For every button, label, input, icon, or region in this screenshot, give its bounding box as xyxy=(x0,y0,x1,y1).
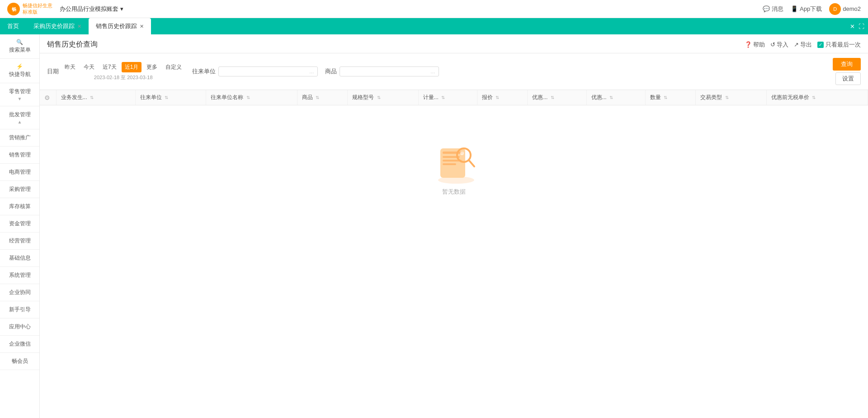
query-button[interactable]: 查询 xyxy=(833,58,861,71)
tab-fullscreen-icon[interactable]: ⛶ xyxy=(859,23,864,30)
goods-input-wrap[interactable]: ... xyxy=(340,66,439,76)
chevron-down-icon: ▾ xyxy=(120,5,123,12)
sidebar-item-newbie[interactable]: 新手引导 xyxy=(0,301,39,318)
col-settings: ⚙ xyxy=(40,90,56,105)
search-icon: 🔍 xyxy=(16,39,23,45)
import-action[interactable]: ↺ 导入 xyxy=(770,41,788,49)
sidebar-item-system[interactable]: 系统管理 xyxy=(0,267,39,284)
tab-close-all-icon[interactable]: ✕ xyxy=(850,23,855,30)
col-price[interactable]: 报价 ⇅ xyxy=(477,90,528,105)
date-btn-yesterday[interactable]: 昨天 xyxy=(61,62,79,72)
sidebar-newbie-label: 新手引导 xyxy=(9,306,31,314)
sort-arrows-qty: ⇅ xyxy=(664,95,667,100)
date-filter-group: 日期 昨天 今天 近7天 近1月 更多 自定义 2023-02-18 至 202… xyxy=(47,62,185,81)
col-tx-type-label: 交易类型 xyxy=(700,94,722,100)
date-btn-custom[interactable]: 自定义 xyxy=(162,62,185,72)
col-unit[interactable]: 计量... ⇅ xyxy=(418,90,477,105)
sidebar-item-inventory[interactable]: 库存核算 xyxy=(0,198,39,215)
logo-text: 畅捷信好生意 标准版 xyxy=(23,3,52,14)
col-discount2[interactable]: 优惠... ⇅ xyxy=(586,90,645,105)
partner-input[interactable] xyxy=(222,68,309,75)
partner-input-dots[interactable]: ... xyxy=(309,68,314,75)
tab-sales-history[interactable]: 销售历史价跟踪 ✕ xyxy=(89,18,151,34)
table-header: ⚙ 业务发生... ⇅ 往来单位 ⇅ 往来单位名称 ⇅ xyxy=(40,90,868,105)
logo-area: 畅 畅捷信好生意 标准版 xyxy=(7,3,52,15)
sidebar-item-operations[interactable]: 经营管理 xyxy=(0,233,39,250)
tab-purchase-close-icon[interactable]: ✕ xyxy=(77,24,81,29)
help-icon: ❓ xyxy=(745,41,752,48)
sidebar-item-ecommerce[interactable]: 电商管理 xyxy=(0,164,39,181)
page-title: 销售历史价查询 xyxy=(47,40,98,49)
col-spec[interactable]: 规格型号 ⇅ xyxy=(348,90,419,105)
date-btn-7days[interactable]: 近7天 xyxy=(99,62,120,72)
sort-arrows-biz-date: ⇅ xyxy=(90,95,94,100)
col-tx-type[interactable]: 交易类型 ⇅ xyxy=(696,90,767,105)
help-label: 帮助 xyxy=(753,41,765,49)
partner-filter-group: 往来单位 ... xyxy=(192,66,318,76)
sidebar-item-search[interactable]: 🔍 搜索菜单 xyxy=(0,34,39,59)
export-label: 导出 xyxy=(800,41,812,49)
export-action[interactable]: ↗ 导出 xyxy=(794,41,812,49)
sidebar-purchase-label: 采购管理 xyxy=(9,185,31,193)
table-settings-gear-icon[interactable]: ⚙ xyxy=(44,94,50,101)
date-btn-1month[interactable]: 近1月 xyxy=(122,62,142,72)
empty-text: 暂无数据 xyxy=(442,188,466,196)
sidebar-corp-wechat-label: 企业微信 xyxy=(9,340,31,348)
workspace-selector[interactable]: 办公用品行业模拟账套 ▾ xyxy=(56,5,127,13)
sidebar-item-wholesale[interactable]: 批发管理 ▲ xyxy=(0,106,39,129)
sidebar-item-sales[interactable]: 销售管理 xyxy=(0,147,39,164)
sidebar-item-shortcut[interactable]: ⚡ 快捷导航 xyxy=(0,59,39,83)
tab-purchase-history[interactable]: 采购历史价跟踪 ✕ xyxy=(26,18,89,34)
checkbox-checked-icon: ✓ xyxy=(817,42,824,48)
app-download-action[interactable]: 📱 App下载 xyxy=(791,5,822,13)
goods-input[interactable] xyxy=(344,68,430,75)
col-pre-tax-price-label: 优惠前无税单价 xyxy=(771,94,809,100)
sidebar: 🔍 搜索菜单 ⚡ 快捷导航 零售管理 ▼ 批发管理 ▲ 营销推广 销售管理 电商… xyxy=(0,34,40,418)
empty-illustration xyxy=(431,142,476,182)
data-table: ⚙ 业务发生... ⇅ 往来单位 ⇅ 往来单位名称 ⇅ xyxy=(40,90,868,105)
only-last-label: 只看最后一次 xyxy=(826,41,861,49)
user-action[interactable]: D demo2 xyxy=(829,3,861,15)
sidebar-sales-label: 销售管理 xyxy=(9,151,31,159)
sidebar-item-marketing[interactable]: 营销推广 xyxy=(0,129,39,147)
col-pre-tax-price[interactable]: 优惠前无税单价 ⇅ xyxy=(766,90,868,105)
tab-sales-close-icon[interactable]: ✕ xyxy=(140,24,144,29)
col-partner-code[interactable]: 往来单位 ⇅ xyxy=(135,90,206,105)
date-btn-today[interactable]: 今天 xyxy=(80,62,98,72)
svg-rect-7 xyxy=(443,163,456,165)
date-range-text: 2023-02-18 至 2023-03-18 xyxy=(94,74,153,81)
sidebar-item-retail[interactable]: 零售管理 ▼ xyxy=(0,83,39,106)
message-action[interactable]: 💬 消息 xyxy=(763,5,783,13)
sidebar-shortcut-label: 快捷导航 xyxy=(9,71,31,78)
sidebar-retail-label: 零售管理 xyxy=(9,88,31,95)
logo-icon: 畅 xyxy=(7,3,20,15)
shortcut-icon: ⚡ xyxy=(16,63,23,70)
sidebar-item-basic-info[interactable]: 基础信息 xyxy=(0,250,39,267)
sidebar-item-purchase[interactable]: 采购管理 xyxy=(0,181,39,198)
only-last-checkbox[interactable]: ✓ 只看最后一次 xyxy=(817,41,861,49)
sidebar-item-app-center[interactable]: 应用中心 xyxy=(0,318,39,336)
sort-arrows-pre-tax-price: ⇅ xyxy=(812,95,816,100)
svg-rect-4 xyxy=(443,152,463,154)
sidebar-item-member[interactable]: 畅会员 xyxy=(0,353,39,370)
sidebar-item-corp-wechat[interactable]: 企业微信 xyxy=(0,336,39,353)
avatar: D xyxy=(829,3,841,15)
sidebar-enterprise-label: 企业协同 xyxy=(9,289,31,296)
sidebar-item-enterprise[interactable]: 企业协同 xyxy=(0,284,39,301)
app-download-label: App下载 xyxy=(800,5,822,13)
sidebar-app-center-label: 应用中心 xyxy=(9,323,31,331)
col-partner-name[interactable]: 往来单位名称 ⇅ xyxy=(206,90,297,105)
tab-home[interactable]: 首页 xyxy=(0,18,26,34)
date-btn-more[interactable]: 更多 xyxy=(143,62,160,72)
col-goods[interactable]: 商品 ⇅ xyxy=(297,90,347,105)
partner-input-wrap[interactable]: ... xyxy=(218,66,318,76)
goods-input-dots[interactable]: ... xyxy=(430,68,435,75)
sort-arrows-discount2: ⇅ xyxy=(609,95,613,100)
settings-button[interactable]: 设置 xyxy=(835,72,861,85)
col-qty[interactable]: 数量 ⇅ xyxy=(645,90,695,105)
col-discount1[interactable]: 优惠... ⇅ xyxy=(528,90,586,105)
sidebar-item-finance[interactable]: 资金管理 xyxy=(0,215,39,233)
chevron-down-icon: ▼ xyxy=(18,96,22,101)
col-biz-date[interactable]: 业务发生... ⇅ xyxy=(56,90,135,105)
help-action[interactable]: ❓ 帮助 xyxy=(745,41,765,49)
